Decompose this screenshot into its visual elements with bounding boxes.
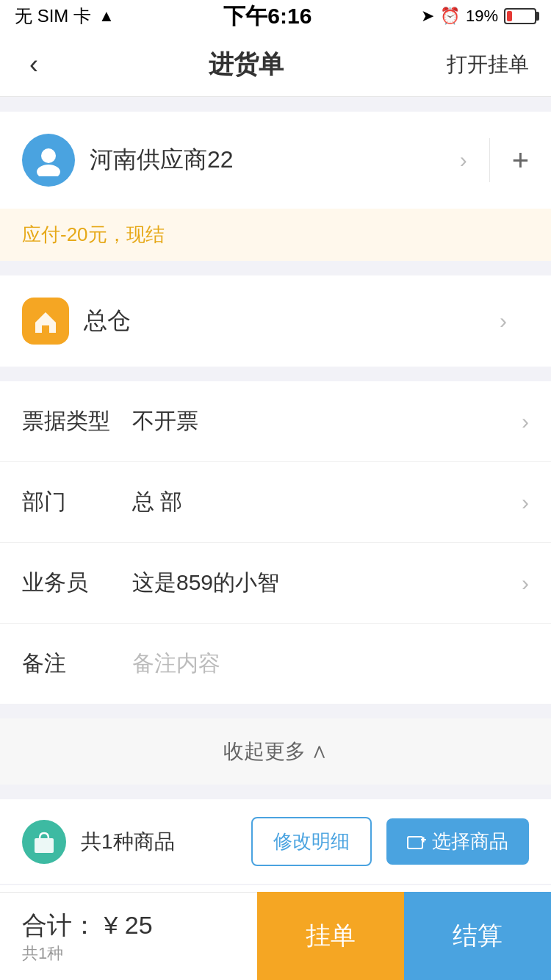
products-icon: [22, 820, 66, 864]
status-right: ➤ ⏰ 19%: [421, 7, 536, 26]
remark-input[interactable]: 备注内容: [132, 649, 529, 679]
svg-rect-2: [42, 325, 49, 333]
alarm-icon: ⏰: [440, 7, 460, 26]
status-bar: 无 SIM 卡 ▲ 下午6:16 ➤ ⏰ 19%: [0, 0, 551, 32]
invoice-row[interactable]: 票据类型 不开票 ›: [0, 381, 551, 462]
svg-rect-4: [408, 837, 422, 849]
total-section: 合计： ¥ 25 共1种: [0, 892, 257, 980]
notice-bar: 应付-20元，现结: [0, 209, 551, 261]
warehouse-row[interactable]: 总仓 ›: [0, 275, 551, 367]
supplier-name: 河南供应商22: [90, 144, 460, 176]
remark-label: 备注: [22, 649, 132, 679]
products-count: 共1种商品: [81, 828, 237, 856]
sales-chevron-icon: ›: [522, 571, 529, 596]
total-label: 合计：: [22, 911, 97, 939]
warehouse-name: 总仓: [84, 305, 500, 337]
invoice-chevron-icon: ›: [522, 409, 529, 434]
invoice-value: 不开票: [132, 406, 522, 436]
supplier-row[interactable]: 河南供应商22 › +: [0, 112, 551, 209]
select-product-label: 选择商品: [432, 829, 508, 854]
total-count: 共1种: [22, 943, 235, 965]
bottom-bar: 合计： ¥ 25 共1种 挂单 结算: [0, 892, 551, 980]
select-product-button[interactable]: 选择商品: [386, 818, 529, 865]
carrier-label: 无 SIM 卡: [15, 4, 91, 28]
status-left: 无 SIM 卡 ▲: [15, 4, 115, 28]
vertical-divider: [489, 138, 490, 182]
dept-chevron-icon: ›: [522, 490, 529, 515]
dept-row[interactable]: 部门 总 部 ›: [0, 462, 551, 543]
collapse-row[interactable]: 收起更多 ∧: [0, 718, 551, 785]
nav-bar: ‹ 进货单 打开挂单: [0, 32, 551, 97]
dept-value: 总 部: [132, 487, 522, 517]
shopping-bag-icon: [32, 829, 57, 854]
status-time: 下午6:16: [223, 1, 311, 32]
wifi-icon: ▲: [98, 7, 115, 26]
supplier-chevron-icon: ›: [460, 148, 467, 173]
battery-label: 19%: [466, 7, 498, 26]
warehouse-icon: [22, 298, 69, 345]
remark-row[interactable]: 备注 备注内容: [0, 624, 551, 704]
supplier-section: 河南供应商22 › + 应付-20元，现结: [0, 112, 551, 261]
form-section: 票据类型 不开票 › 部门 总 部 › 业务员 这是859的小智 › 备注 备注…: [0, 381, 551, 704]
battery-icon: [504, 8, 536, 24]
person-icon: [32, 144, 65, 176]
sales-label: 业务员: [22, 568, 132, 598]
supplier-avatar: [22, 134, 75, 187]
edit-detail-button[interactable]: 修改明细: [251, 817, 372, 866]
invoice-label: 票据类型: [22, 406, 132, 436]
open-hang-button[interactable]: 打开挂单: [447, 51, 529, 79]
notice-text: 应付-20元，现结: [22, 223, 165, 245]
sales-row[interactable]: 业务员 这是859的小智 ›: [0, 543, 551, 624]
collapse-label: 收起更多 ∧: [223, 738, 328, 765]
house-icon: [32, 308, 59, 334]
total-amount: 合计： ¥ 25: [22, 909, 235, 943]
products-header: 共1种商品 修改明细 选择商品: [0, 799, 551, 884]
total-value: ¥ 25: [104, 911, 152, 939]
location-icon: ➤: [421, 7, 434, 26]
back-button[interactable]: ‹: [22, 42, 46, 87]
warehouse-chevron-icon: ›: [500, 309, 507, 334]
svg-point-0: [41, 148, 56, 163]
dept-label: 部门: [22, 487, 132, 517]
sales-value: 这是859的小智: [132, 568, 522, 598]
page-title: 进货单: [209, 48, 284, 82]
checkout-button[interactable]: 结算: [404, 892, 551, 980]
svg-point-1: [37, 165, 60, 176]
svg-rect-3: [35, 838, 54, 853]
hang-button[interactable]: 挂单: [257, 892, 404, 980]
cart-plus-icon: [407, 832, 426, 851]
add-supplier-button[interactable]: +: [512, 144, 529, 177]
